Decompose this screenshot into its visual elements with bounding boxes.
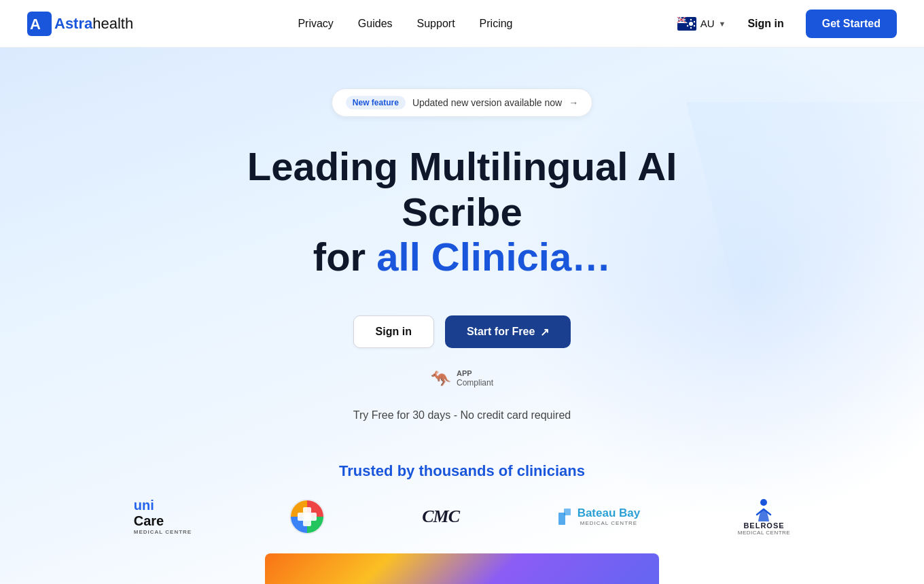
logo-icon: A — [27, 12, 52, 36]
bottom-preview-strip — [265, 553, 659, 584]
headline-line2-plain: for — [313, 235, 376, 279]
belrose-logo: BELROSE MEDICAL CENTRE — [731, 500, 797, 533]
au-flag-icon — [677, 17, 696, 31]
start-arrow-icon: ↗ — [540, 326, 549, 339]
site-logo[interactable]: A Astrahealth — [27, 12, 133, 36]
colorplus-logo-svg — [289, 499, 325, 534]
country-chevron-icon: ▼ — [719, 20, 726, 28]
nav-signin-button[interactable]: Sign in — [736, 12, 794, 35]
nav-privacy[interactable]: Privacy — [298, 18, 333, 30]
nav-right: AU ▼ Sign in Get Started — [677, 10, 897, 38]
country-selector[interactable]: AU ▼ — [677, 17, 726, 31]
hero-section: New feature Updated new version availabl… — [0, 48, 924, 584]
nav-pricing[interactable]: Pricing — [480, 18, 513, 30]
start-button-label: Start for Free — [467, 326, 535, 338]
svg-point-11 — [690, 18, 691, 20]
hero-headline: Leading Multilingual AI Scribe for all C… — [197, 144, 727, 280]
hero-start-button[interactable]: Start for Free ↗ — [445, 315, 571, 348]
cmc-logo: CMC — [415, 500, 466, 533]
country-code: AU — [700, 18, 715, 29]
badge-new-label: New feature — [346, 96, 406, 109]
trusted-title: Trusted by thousands of clinicians — [88, 462, 836, 480]
svg-text:A: A — [30, 16, 41, 33]
bateau-icon — [557, 507, 572, 526]
free-trial-text: Try Free for 30 days - No credit card re… — [353, 409, 571, 422]
colorplus-logo — [283, 500, 332, 533]
unicare-logo: uniCare MEDICAL CENTRE — [127, 500, 198, 533]
svg-point-15 — [686, 24, 688, 26]
app-badge-text: APP Compliant — [457, 368, 493, 389]
hero-signin-button[interactable]: Sign in — [353, 315, 434, 348]
svg-point-21 — [760, 499, 767, 506]
australia-map-icon: 🦘 — [431, 369, 451, 388]
nav-guides[interactable]: Guides — [358, 18, 393, 30]
feature-badge[interactable]: New feature Updated new version availabl… — [332, 88, 592, 117]
svg-point-12 — [693, 20, 694, 22]
svg-point-14 — [690, 27, 691, 28]
headline-line1: Leading Multilingual AI Scribe — [247, 144, 677, 234]
nav-get-started-button[interactable]: Get Started — [806, 10, 897, 38]
bateau-bay-logo: Bateau Bay MEDICAL CENTRE — [550, 500, 647, 533]
belrose-figure-icon — [751, 497, 776, 521]
badge-description: Updated new version available now — [412, 97, 562, 108]
svg-rect-18 — [298, 513, 317, 521]
svg-point-13 — [693, 24, 694, 26]
cta-group: Sign in Start for Free ↗ — [353, 315, 571, 348]
nav-links: Privacy Guides Support Pricing — [298, 18, 512, 30]
badge-arrow-icon: → — [569, 97, 578, 108]
app-compliant-badge: 🦘 APP Compliant — [431, 368, 493, 389]
navbar: A Astrahealth Privacy Guides Support Pri… — [0, 0, 924, 48]
headline-line2-colored: all Clinicia… — [376, 235, 611, 279]
partner-logos-row: uniCare MEDICAL CENTRE — [88, 500, 836, 533]
nav-support[interactable]: Support — [417, 18, 455, 30]
svg-rect-20 — [564, 509, 571, 515]
trusted-section: Trusted by thousands of clinicians uniCa… — [88, 449, 836, 553]
logo-text: Astrahealth — [54, 15, 133, 33]
svg-point-10 — [689, 22, 693, 26]
